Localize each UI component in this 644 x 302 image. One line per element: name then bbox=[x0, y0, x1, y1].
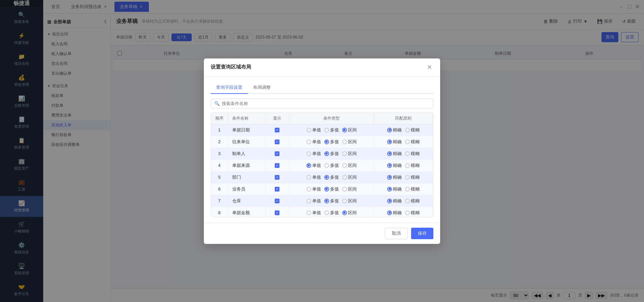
row-type[interactable]: 单值多值区间 bbox=[289, 136, 374, 148]
radio-label: 单值 bbox=[312, 186, 321, 192]
type-option-区间[interactable]: 区间 bbox=[342, 198, 357, 204]
row-show[interactable]: ✓ bbox=[265, 195, 289, 207]
row-type[interactable]: 单值多值区间 bbox=[289, 195, 374, 207]
radio-circle bbox=[342, 163, 347, 168]
row-match[interactable]: 精确模糊 bbox=[374, 171, 433, 183]
row-order: 3 bbox=[211, 148, 228, 159]
modal-close-btn[interactable]: ✕ bbox=[425, 63, 433, 71]
row-show[interactable]: ✓ bbox=[265, 159, 289, 171]
type-option-单值[interactable]: 单值 bbox=[306, 198, 321, 204]
show-checkbox[interactable]: ✓ bbox=[275, 187, 279, 192]
show-checkbox[interactable]: ✓ bbox=[275, 128, 279, 132]
row-match[interactable]: 精确模糊 bbox=[374, 207, 433, 217]
type-option-单值[interactable]: 单值 bbox=[306, 139, 321, 145]
radio-label: 精确 bbox=[393, 127, 402, 133]
type-option-单值[interactable]: 单值 bbox=[306, 210, 321, 216]
row-match[interactable]: 精确模糊 bbox=[374, 159, 433, 171]
type-option-区间[interactable]: 区间 bbox=[342, 210, 357, 216]
match-option-模糊[interactable]: 模糊 bbox=[405, 139, 420, 145]
show-checkbox[interactable]: ✓ bbox=[275, 140, 279, 144]
radio-label: 区间 bbox=[348, 210, 357, 216]
cancel-button[interactable]: 取消 bbox=[385, 228, 408, 239]
row-type[interactable]: 单值多值区间 bbox=[289, 124, 374, 136]
modal-tab-query-fields[interactable]: 查询字段设置 bbox=[211, 82, 248, 94]
match-option-精确[interactable]: 精确 bbox=[387, 198, 402, 204]
match-option-模糊[interactable]: 模糊 bbox=[405, 162, 420, 169]
row-match[interactable]: 精确模糊 bbox=[374, 124, 433, 136]
type-option-单值[interactable]: 单值 bbox=[306, 186, 321, 192]
radio-label: 精确 bbox=[393, 174, 402, 180]
radio-circle bbox=[306, 175, 311, 180]
row-type[interactable]: 单值多值区间 bbox=[289, 148, 374, 159]
type-option-单值[interactable]: 单值 bbox=[306, 127, 321, 133]
match-option-精确[interactable]: 精确 bbox=[387, 162, 402, 169]
show-checkbox[interactable]: ✓ bbox=[275, 175, 279, 180]
show-checkbox[interactable]: ✓ bbox=[275, 163, 279, 168]
row-show[interactable]: ✓ bbox=[265, 148, 289, 159]
settings-col-type: 条件类型 bbox=[289, 113, 374, 124]
radio-circle bbox=[387, 128, 392, 132]
row-type[interactable]: 单值多值区间 bbox=[289, 207, 374, 217]
type-option-单值[interactable]: 单值 bbox=[306, 162, 321, 169]
type-option-单值[interactable]: 单值 bbox=[306, 174, 321, 180]
type-option-多值[interactable]: 多值 bbox=[324, 174, 339, 180]
match-option-精确[interactable]: 精确 bbox=[387, 210, 402, 216]
match-option-模糊[interactable]: 模糊 bbox=[405, 174, 420, 180]
type-option-单值[interactable]: 单值 bbox=[306, 151, 321, 157]
row-type[interactable]: 单值多值区间 bbox=[289, 171, 374, 183]
type-option-多值[interactable]: 多值 bbox=[324, 198, 339, 204]
row-order: 1 bbox=[211, 124, 228, 136]
settings-table-row: 2往来单位✓单值多值区间精确模糊 bbox=[211, 136, 433, 148]
row-match[interactable]: 精确模糊 bbox=[374, 195, 433, 207]
modal-overlay[interactable]: 设置查询区域布局 ✕ 查询字段设置 布局调整 🔍 顺序 条件名 bbox=[0, 0, 644, 302]
save-button[interactable]: 保存 bbox=[411, 228, 433, 239]
match-option-模糊[interactable]: 模糊 bbox=[405, 186, 420, 192]
radio-label: 精确 bbox=[393, 198, 402, 204]
type-option-多值[interactable]: 多值 bbox=[324, 139, 339, 145]
row-type[interactable]: 单值多值区间 bbox=[289, 159, 374, 171]
match-option-模糊[interactable]: 模糊 bbox=[405, 210, 420, 216]
type-option-多值[interactable]: 多值 bbox=[324, 186, 339, 192]
settings-table-row: 6业务员✓单值多值区间精确模糊 bbox=[211, 183, 433, 195]
type-option-多值[interactable]: 多值 bbox=[324, 151, 339, 157]
row-show[interactable]: ✓ bbox=[265, 183, 289, 195]
type-option-多值[interactable]: 多值 bbox=[324, 162, 339, 169]
match-option-精确[interactable]: 精确 bbox=[387, 151, 402, 157]
row-show[interactable]: ✓ bbox=[265, 124, 289, 136]
match-option-模糊[interactable]: 模糊 bbox=[405, 127, 420, 133]
type-option-区间[interactable]: 区间 bbox=[342, 139, 357, 145]
row-match[interactable]: 精确模糊 bbox=[374, 183, 433, 195]
match-option-精确[interactable]: 精确 bbox=[387, 186, 402, 192]
radio-label: 模糊 bbox=[411, 162, 420, 169]
row-show[interactable]: ✓ bbox=[265, 171, 289, 183]
row-match[interactable]: 精确模糊 bbox=[374, 148, 433, 159]
row-type[interactable]: 单值多值区间 bbox=[289, 183, 374, 195]
radio-circle bbox=[324, 163, 329, 168]
row-order: 2 bbox=[211, 136, 228, 148]
radio-label: 多值 bbox=[330, 210, 339, 216]
modal-search-input[interactable] bbox=[222, 101, 430, 106]
row-match[interactable]: 精确模糊 bbox=[374, 136, 433, 148]
radio-circle bbox=[306, 151, 311, 156]
row-show[interactable]: ✓ bbox=[265, 207, 289, 217]
type-option-多值[interactable]: 多值 bbox=[324, 210, 339, 216]
row-show[interactable]: ✓ bbox=[265, 136, 289, 148]
match-option-模糊[interactable]: 模糊 bbox=[405, 198, 420, 204]
match-option-精确[interactable]: 精确 bbox=[387, 174, 402, 180]
radio-label: 单值 bbox=[312, 139, 321, 145]
match-option-精确[interactable]: 精确 bbox=[387, 127, 402, 133]
type-option-多值[interactable]: 多值 bbox=[324, 127, 339, 133]
type-option-区间[interactable]: 区间 bbox=[342, 174, 357, 180]
modal-tab-layout[interactable]: 布局调整 bbox=[248, 82, 276, 94]
type-option-区间[interactable]: 区间 bbox=[342, 151, 357, 157]
show-checkbox[interactable]: ✓ bbox=[275, 151, 279, 156]
radio-circle bbox=[405, 187, 410, 192]
type-option-区间[interactable]: 区间 bbox=[342, 186, 357, 192]
match-option-模糊[interactable]: 模糊 bbox=[405, 151, 420, 157]
radio-circle bbox=[342, 128, 347, 132]
match-option-精确[interactable]: 精确 bbox=[387, 139, 402, 145]
show-checkbox[interactable]: ✓ bbox=[275, 199, 279, 203]
type-option-区间[interactable]: 区间 bbox=[342, 162, 357, 169]
type-option-区间[interactable]: 区间 bbox=[342, 127, 357, 133]
show-checkbox[interactable]: ✓ bbox=[275, 210, 279, 215]
